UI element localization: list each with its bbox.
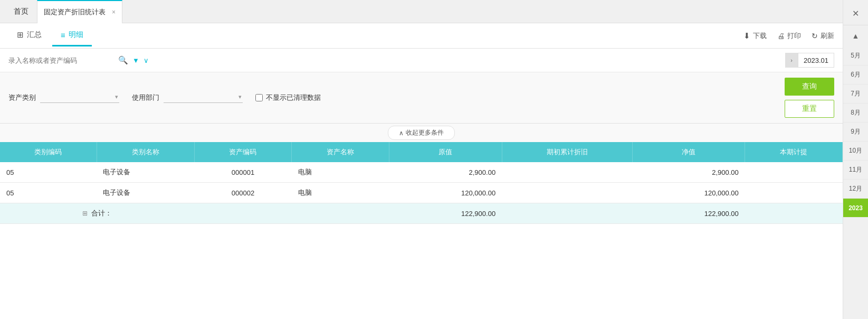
filter-icon: ▼ [132,57,139,64]
sub-tabs-bar: ⊞ 汇总 ≡ 明细 ⬇ 下载 🖨 打印 ↻ 刷新 [0,23,843,49]
sidebar-months-list: 5月6月7月8月9月10月11月12月2023 [843,46,868,218]
refresh-label: 刷新 [821,31,834,41]
filter-actions: 查询 重置 [785,78,834,118]
tab-summary[interactable]: ⊞ 汇总 [8,25,50,46]
table-header-row: 类别编码 类别名称 资产编码 资产名称 原值 期初累计折旧 净值 本期计提 [0,142,843,162]
total-empty-name [292,203,389,224]
sidebar-month-item[interactable]: 6月 [843,65,868,85]
table-row: 05 电子设备 000001 电脑 2,900.00 2,900.00 [0,162,843,183]
collapse-button[interactable]: ∧ 收起更多条件 [388,126,455,140]
sidebar-month-item[interactable]: 12月 [843,180,868,199]
date-badge: › 2023.01 [785,53,834,68]
filter-asset-category: 资产类别 [8,92,119,103]
cell-category-name: 电子设备 [97,183,194,203]
tab-detail[interactable]: ≡ 明细 [52,25,92,46]
top-tabs-bar: 首页 固定资产折旧统计表 × [0,0,843,23]
tab-active[interactable]: 固定资产折旧统计表 × [37,0,122,23]
sidebar-close-icon[interactable]: ✕ [843,2,868,25]
tab-home[interactable]: 首页 [5,0,37,23]
query-button[interactable]: 查询 [785,78,834,96]
department-label: 使用部门 [132,93,159,102]
download-action[interactable]: ⬇ 下载 [743,31,767,41]
total-icon: ⊞ [82,210,88,217]
asset-category-select[interactable] [40,92,119,103]
tab-close-icon[interactable]: × [112,8,116,16]
sidebar-month-item[interactable]: 8月 [843,104,868,123]
assets-table: 类别编码 类别名称 资产编码 资产名称 原值 期初累计折旧 净值 本期计提 05… [0,142,843,224]
sidebar-year-badge[interactable]: 2023 [843,199,868,218]
sub-tabs-right: ⬇ 下载 🖨 打印 ↻ 刷新 [743,31,834,41]
table-row: 05 电子设备 000002 电脑 120,000.00 120,000.00 [0,183,843,203]
total-accumulated-depreciation [502,203,632,224]
tab-detail-label: 明细 [69,30,83,40]
cell-current-provision [745,162,843,183]
date-prev-arrow[interactable]: › [785,53,798,68]
cell-net-value: 2,900.00 [632,162,745,183]
table-body: 05 电子设备 000001 电脑 2,900.00 2,900.00 05 电… [0,162,843,224]
cell-category-code: 05 [0,162,97,183]
total-net-value: 122,900.00 [632,203,745,224]
search-icon[interactable]: 🔍 [118,55,128,65]
sidebar-month-item[interactable]: 7月 [843,85,868,104]
cell-category-code: 05 [0,183,97,203]
th-net-value: 净值 [632,142,745,162]
sub-tabs-left: ⊞ 汇总 ≡ 明细 [8,23,92,48]
th-category-code: 类别编码 [0,142,97,162]
print-label: 打印 [787,31,801,41]
detail-icon: ≡ [61,31,65,40]
total-label: 合计： [91,209,112,217]
chevron-down-icon: ∨ [144,57,149,64]
sidebar-month-item[interactable]: 11月 [843,161,868,180]
print-action[interactable]: 🖨 打印 [777,31,801,41]
hide-cleared-checkbox-label[interactable]: 不显示已清理数据 [255,93,321,102]
hide-cleared-checkbox[interactable] [255,94,263,101]
cell-accumulated-depreciation [502,162,632,183]
reset-button[interactable]: 重置 [785,100,834,118]
collapse-row: ∧ 收起更多条件 [0,124,843,142]
department-select[interactable] [164,92,243,103]
th-current-provision: 本期计提 [745,142,843,162]
search-input[interactable] [8,57,114,64]
sidebar-month-item[interactable]: 9月 [843,123,868,142]
cell-category-name: 电子设备 [97,162,194,183]
download-label: 下载 [753,31,767,41]
cell-original-value: 120,000.00 [389,183,502,203]
tab-home-label: 首页 [14,7,28,16]
summary-icon: ⊞ [17,30,24,40]
th-category-name: 类别名称 [97,142,194,162]
th-asset-name: 资产名称 [292,142,389,162]
refresh-icon: ↻ [812,32,818,40]
date-value: 2023.01 [798,53,834,68]
table-container: 类别编码 类别名称 资产编码 资产名称 原值 期初累计折旧 净值 本期计提 05… [0,142,843,319]
filter-department: 使用部门 [132,92,243,103]
more-conditions-toggle[interactable]: ▼ ∨ [132,57,149,64]
total-current-provision [745,203,843,224]
sidebar-month-item[interactable]: 10月 [843,142,868,161]
department-select-wrap [164,92,243,103]
cell-asset-name: 电脑 [292,162,389,183]
sidebar-nav-up-btn[interactable]: ▲ [847,27,864,44]
tab-summary-label: 汇总 [27,30,42,40]
cell-asset-code: 000001 [194,162,292,183]
th-accumulated-depreciation: 期初累计折旧 [502,142,632,162]
sidebar-nav-up: ▲ [843,25,868,46]
refresh-action[interactable]: ↻ 刷新 [812,31,834,41]
asset-category-select-wrap [40,92,119,103]
download-icon: ⬇ [743,31,750,41]
asset-category-label: 资产类别 [8,93,36,102]
search-bar: 🔍 ▼ ∨ › 2023.01 [0,49,843,72]
total-empty-code [194,203,292,224]
cell-asset-code: 000002 [194,183,292,203]
th-asset-code: 资产编码 [194,142,292,162]
th-original-value: 原值 [389,142,502,162]
collapse-icon: ∧ [399,129,404,137]
hide-cleared-label: 不显示已清理数据 [266,93,321,102]
tab-active-label: 固定资产折旧统计表 [44,7,106,17]
filter-area: 资产类别 使用部门 不显示已清理数据 [0,72,843,124]
collapse-label: 收起更多条件 [406,128,444,137]
cell-accumulated-depreciation [502,183,632,203]
total-label-cell: ⊞ 合计： [0,203,194,224]
cell-net-value: 120,000.00 [632,183,745,203]
cell-asset-name: 电脑 [292,183,389,203]
sidebar-month-item[interactable]: 5月 [843,46,868,65]
